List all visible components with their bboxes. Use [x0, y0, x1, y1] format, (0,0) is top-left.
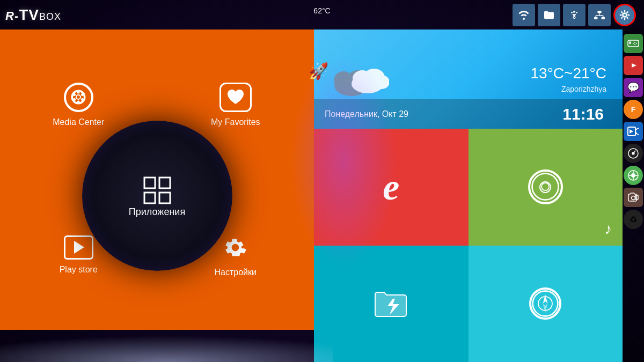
weather-tile: 13°C~21°C Zaporizhzhya Понедельник, Окт …: [314, 29, 623, 129]
speed-sidebar-app[interactable]: [624, 144, 643, 163]
weather-time: 11:16: [562, 105, 604, 123]
svg-rect-23: [159, 178, 170, 188]
left-panel: Media Center My Favorites Play sto: [0, 29, 314, 362]
applications-circle[interactable]: Приложения: [82, 121, 232, 271]
play-btn-icon: [64, 235, 93, 260]
svg-rect-25: [159, 193, 170, 203]
video-sidebar-app[interactable]: [624, 122, 643, 141]
app-logo: R-TVBOX: [5, 6, 61, 24]
recycle-sidebar-app[interactable]: ♻: [624, 210, 643, 229]
compass-icon: [529, 287, 561, 320]
top-icons-bar: [513, 4, 636, 26]
film-reel-icon: [64, 83, 93, 112]
svg-marker-21: [74, 241, 84, 254]
weather-city: Zaporizhzhya: [561, 85, 606, 93]
ie-tile[interactable]: e: [314, 129, 469, 246]
svg-rect-3: [597, 10, 601, 13]
svg-rect-4: [594, 17, 597, 19]
svg-point-66: [632, 196, 635, 200]
main-content: Media Center My Favorites Play sto: [0, 29, 623, 362]
youtube-sidebar-app[interactable]: [624, 56, 643, 75]
game-sidebar-app[interactable]: [624, 34, 643, 53]
svg-point-17: [81, 98, 84, 101]
svg-point-19: [73, 98, 76, 101]
svg-point-18: [77, 101, 80, 104]
apps-grid-icon: [141, 174, 173, 206]
svg-point-0: [571, 12, 573, 13]
right-panel: 13°C~21°C Zaporizhzhya Понедельник, Окт …: [314, 29, 623, 362]
svg-rect-5: [602, 17, 605, 19]
play-store-label: Play store: [60, 265, 98, 275]
media-player-tile[interactable]: ♪: [469, 129, 623, 246]
network-button[interactable]: [588, 4, 611, 26]
app-tiles-grid: e ♪: [314, 129, 623, 362]
applications-label: Приложения: [129, 206, 185, 218]
svg-point-2: [573, 16, 575, 18]
weather-temperature: 13°C~21°C: [531, 65, 606, 82]
ie-icon: e: [383, 166, 399, 209]
settings-cross-button[interactable]: [613, 4, 636, 26]
folder-lightning-icon: [374, 289, 408, 319]
svg-point-1: [576, 12, 577, 13]
rocket-decoration: 🚀: [309, 62, 328, 80]
favorites-icon-frame: [219, 83, 252, 112]
svg-point-59: [632, 152, 634, 154]
temperature-display: 62°C: [313, 6, 330, 15]
wifi-button[interactable]: [513, 4, 535, 26]
file-manager-tile[interactable]: [314, 246, 469, 363]
svg-point-61: [631, 173, 635, 178]
my-favorites-label: My Favorites: [211, 117, 260, 127]
svg-point-47: [633, 43, 634, 44]
files-sidebar-app[interactable]: F: [624, 100, 643, 119]
weather-date: Понедельник, Окт 29: [325, 109, 408, 119]
svg-marker-38: [543, 294, 548, 304]
gear-icon: [221, 233, 250, 262]
browser-tile[interactable]: [469, 246, 623, 363]
svg-point-16: [81, 93, 84, 96]
svg-line-55: [636, 128, 639, 129]
svg-line-56: [636, 134, 639, 135]
svg-point-15: [77, 91, 80, 94]
svg-point-14: [76, 95, 80, 99]
svg-point-45: [636, 43, 637, 44]
camera-sidebar-app[interactable]: [624, 188, 643, 207]
svg-marker-52: [630, 129, 633, 134]
settings-label: Настройки: [215, 268, 257, 277]
svg-point-32: [374, 75, 389, 89]
svg-point-13: [72, 91, 85, 104]
music-note-icon: ♪: [604, 220, 612, 238]
svg-marker-39: [543, 304, 548, 313]
svg-point-20: [73, 93, 76, 96]
media-center-label: Media Center: [53, 117, 104, 127]
top-bar: R-TVBOX 62°C: [0, 0, 644, 29]
svg-rect-22: [144, 178, 155, 188]
folder-button[interactable]: [538, 4, 560, 26]
svg-point-44: [634, 42, 635, 43]
cd-icon: [528, 169, 563, 204]
weather-cloud: [330, 60, 389, 99]
photo-sidebar-app[interactable]: 💬: [624, 78, 643, 97]
right-sidebar: 💬 F: [623, 29, 644, 362]
svg-point-46: [634, 44, 635, 45]
usb-button[interactable]: [563, 4, 586, 26]
chrome-sidebar-app[interactable]: [624, 166, 643, 185]
weather-datetime: Понедельник, Окт 29 11:16: [314, 99, 623, 129]
svg-rect-24: [144, 193, 155, 203]
